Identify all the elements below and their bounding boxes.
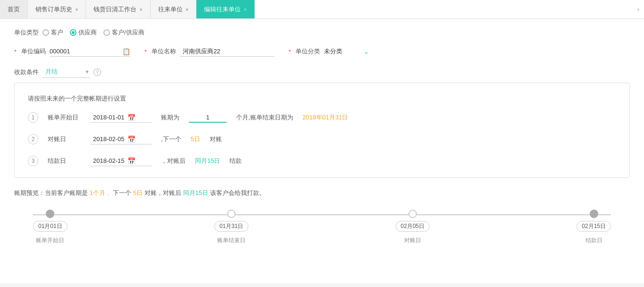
radio-both[interactable]: 客户/供应商	[103, 28, 144, 37]
preview-reconcile-after: 对账，对账后	[144, 189, 181, 196]
step-3-highlight2: 同月15日	[195, 157, 220, 165]
category-group: * 单位分类 未分类 ⌄	[288, 47, 369, 56]
payment-group: 收款条件 月结 ▼ ?	[14, 66, 101, 78]
timeline-dot-0	[46, 210, 54, 218]
timeline-node-2: 02月05日 对账日	[396, 210, 430, 245]
help-icon[interactable]: ?	[93, 68, 101, 76]
radio-supplier[interactable]: 供应商	[70, 28, 97, 37]
timeline-dot-2	[408, 210, 417, 218]
close-icon[interactable]: ×	[186, 7, 188, 12]
unit-type-row: 单位类型 客户 供应商 客户/供应商	[14, 28, 630, 37]
preview-mid: 下一个	[113, 189, 131, 196]
code-group: * 单位编码 📋	[14, 46, 130, 57]
code-input[interactable]	[50, 46, 120, 56]
period-input[interactable]	[189, 113, 227, 123]
step-2-date: 2018-02-05	[93, 135, 125, 143]
step-1-desc-suffix: 个月,账单结束日期为	[236, 113, 293, 122]
step-3-num: 3	[28, 156, 38, 166]
timeline-dot-1	[227, 210, 236, 218]
category-select[interactable]: 未分类 ⌄	[324, 47, 369, 56]
step-3-row: 3 结款日 2018-02-15 📅 ，对账后 同月15日 结款	[28, 156, 616, 166]
step-1-end-date: 2018年01月31日	[303, 113, 348, 122]
step-2-date-wrap: 2018-02-05 📅	[90, 135, 152, 144]
tab-home-label: 首页	[8, 5, 20, 14]
timeline-nodes: 01月01日 账单开始日 01月31日 账单结束日 02月05日 对账日 02月…	[33, 210, 611, 245]
timeline-dot-3	[590, 210, 598, 218]
timeline-tag-1: 01月31日	[214, 221, 249, 232]
step-1-row: 1 账单开始日 2018-01-01 📅 账期为 个月,账单结束日期为 2018…	[28, 112, 616, 123]
tab-cash-work[interactable]: 钱货日清工作台 ×	[86, 0, 150, 18]
dropdown-arrow-icon: ▼	[85, 69, 90, 75]
category-value: 未分类	[324, 47, 362, 56]
payment-label: 收款条件	[14, 68, 39, 76]
payment-row: 收款条件 月结 ▼ ?	[14, 66, 630, 78]
code-name-cat-row: * 单位编码 📋 * 单位名称 * 单位分类 未分类 ⌄	[14, 46, 630, 57]
period-section: 请按照未来的一个完整帐期进行设置 1 账单开始日 2018-01-01 📅 账期…	[14, 83, 630, 178]
step-2-num: 2	[28, 134, 38, 144]
tab-partner[interactable]: 往来单位 ×	[151, 0, 196, 18]
timeline-sub-3: 结款日	[585, 236, 602, 245]
payment-value: 月结	[42, 68, 83, 76]
code-required: *	[14, 48, 17, 55]
tab-cash-work-label: 钱货日清工作台	[93, 5, 136, 14]
radio-group: 客户 供应商 客户/供应商	[42, 28, 144, 37]
preview-prefix: 账期预览：当前客户账期是	[14, 189, 88, 196]
copy-icon[interactable]: 📋	[122, 48, 130, 55]
step-2-desc-prefix: ,下一个	[161, 135, 181, 144]
page-content: 单位类型 客户 供应商 客户/供应商 * 单位编码	[0, 19, 644, 283]
radio-circle-both	[103, 29, 110, 36]
tab-edit-partner[interactable]: 编辑往来单位 ×	[196, 0, 254, 18]
unit-type-group: 单位类型 客户 供应商 客户/供应商	[14, 28, 144, 37]
radio-circle-supplier	[70, 29, 76, 36]
name-label: 单位名称	[152, 47, 176, 56]
preview-suffix: 该客户会给我打款。	[210, 189, 265, 196]
tab-more-button[interactable]: ›	[633, 0, 644, 18]
tab-sales-history[interactable]: 销售订单历史 ×	[28, 0, 86, 18]
category-label: 单位分类	[296, 47, 320, 56]
step-1-date-wrap: 2018-01-01 📅	[90, 113, 152, 123]
step-1-desc-prefix: 账期为	[161, 113, 179, 122]
calendar-icon-2[interactable]: 📅	[127, 135, 136, 143]
timeline-tag-2: 02月05日	[396, 221, 430, 232]
code-label: 单位编码	[21, 47, 46, 56]
close-icon[interactable]: ×	[75, 7, 78, 12]
radio-supplier-label: 供应商	[78, 28, 97, 37]
tab-partner-label: 往来单位	[158, 5, 183, 14]
step-3-desc-suffix: 结款	[229, 157, 242, 165]
close-icon[interactable]: ×	[244, 7, 246, 12]
step-2-label: 对账日	[48, 135, 81, 144]
calendar-icon-1[interactable]: 📅	[127, 114, 136, 121]
name-group: * 单位名称	[144, 46, 274, 57]
preview-period: 1个月，	[90, 189, 111, 196]
radio-both-label: 客户/供应商	[112, 28, 144, 37]
radio-customer-label: 客户	[51, 28, 63, 37]
preview-payment-day: 同月15日	[183, 189, 208, 196]
cat-required: *	[288, 48, 291, 55]
calendar-icon-3[interactable]: 📅	[127, 157, 136, 165]
preview-reconcile-day: 5日	[133, 189, 143, 196]
step-3-label: 结款日	[48, 157, 81, 165]
step-3-date: 2018-02-15	[93, 157, 125, 164]
timeline-node-1: 01月31日 账单结束日	[214, 210, 249, 245]
unit-type-label: 单位类型	[14, 28, 39, 37]
tab-bar: 首页 销售订单历史 × 钱货日清工作台 × 往来单位 × 编辑往来单位 × ›	[0, 0, 644, 19]
tab-home[interactable]: 首页	[0, 0, 28, 18]
payment-dropdown[interactable]: 月结 ▼	[42, 66, 90, 78]
code-input-wrap: 📋	[50, 46, 130, 57]
timeline-node-0: 01月01日 账单开始日	[33, 210, 68, 245]
step-1-num: 1	[28, 112, 38, 123]
step-3-desc-prefix: ，对账后	[161, 157, 186, 165]
name-required: *	[144, 48, 147, 55]
timeline: 01月01日 账单开始日 01月31日 账单结束日 02月05日 对账日 02月…	[14, 210, 630, 245]
timeline-sub-2: 对账日	[404, 236, 421, 245]
chevron-down-icon[interactable]: ⌄	[364, 48, 369, 55]
step-1-label: 账单开始日	[48, 113, 81, 122]
name-input[interactable]	[180, 46, 274, 57]
step-3-date-wrap: 2018-02-15 📅	[90, 156, 152, 166]
timeline-node-3: 02月15日 结款日	[576, 210, 611, 245]
close-icon[interactable]: ×	[139, 7, 142, 12]
timeline-tag-3: 02月15日	[576, 221, 611, 232]
step-2-desc-suffix: 对账	[210, 135, 222, 144]
section-title: 请按照未来的一个完整帐期进行设置	[28, 94, 616, 103]
radio-customer[interactable]: 客户	[42, 28, 63, 37]
